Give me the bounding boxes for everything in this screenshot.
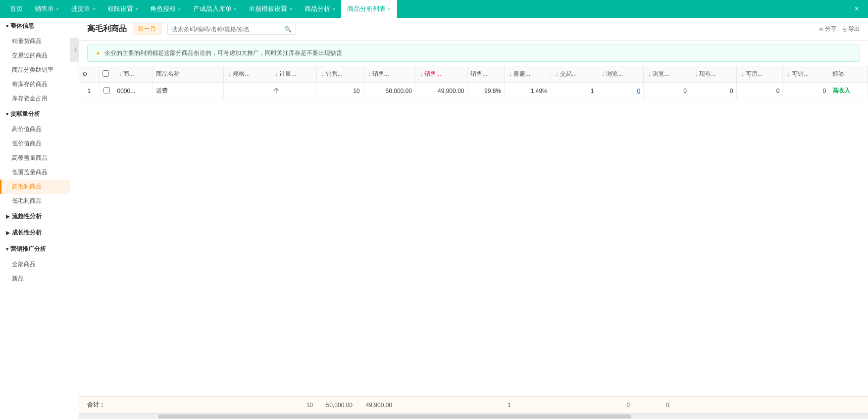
col-gross-margin[interactable]: 销售... xyxy=(467,66,505,83)
page-title: 高毛利商品 xyxy=(87,24,127,34)
footer-view1 xyxy=(516,402,556,409)
cell-name: 运费 xyxy=(153,83,224,99)
sidebar-item-category-rate[interactable]: 商品分类助销率 xyxy=(0,63,70,77)
col-name[interactable]: 商品名称 xyxy=(153,66,224,83)
cell-sales-amount: 50,000.00 xyxy=(363,83,415,99)
top-nav: 首页 销售单 × 进货单 × 权限设置 × 角色授权 × 产成品入库单 × 单据… xyxy=(0,0,868,18)
col-stock-current[interactable]: ：现有... xyxy=(690,66,736,83)
col-settings[interactable]: ⚙ xyxy=(79,66,99,83)
nav-template-close[interactable]: × xyxy=(289,6,292,12)
cell-code: 0000... xyxy=(114,83,153,99)
sidebar-group-contribution[interactable]: ▾ 贡献量分析 xyxy=(0,106,70,122)
cell-tag: 高收入 xyxy=(829,83,868,99)
nav-permission-close[interactable]: × xyxy=(135,6,138,12)
cell-stock-current: 0 xyxy=(690,83,736,99)
main-layout: ▾ 整体信息 销量货商品 交易过的商品 商品分类助销率 有库存的商品 库存资金占… xyxy=(0,18,868,419)
arrow-icon-5: ▾ xyxy=(6,246,8,252)
sidebar: ▾ 整体信息 销量货商品 交易过的商品 商品分类助销率 有库存的商品 库存资金占… xyxy=(0,18,79,419)
col-stock-saleable[interactable]: ：可销... xyxy=(783,66,829,83)
cell-coverage: 1.49% xyxy=(505,83,551,99)
nav-product-analysis-list[interactable]: 商品分析列表 × xyxy=(341,0,397,18)
sidebar-item-high-margin[interactable]: 高毛利商品 xyxy=(0,180,70,194)
filter-recent-month[interactable]: 近一月 xyxy=(133,23,161,35)
col-sales-amount[interactable]: ：销售... xyxy=(363,66,415,83)
footer-trade: 1 xyxy=(476,402,516,409)
col-spec[interactable]: ：规格... xyxy=(224,66,270,83)
nav-product-analysis-list-close[interactable]: × xyxy=(388,6,391,12)
nav-role-auth[interactable]: 角色授权 × xyxy=(144,0,187,18)
sidebar-collapse-button[interactable]: 《 xyxy=(70,38,79,62)
sidebar-group-marketing-items: 全部商品 新品 xyxy=(0,257,70,286)
search-icon[interactable]: 🔍 xyxy=(284,26,292,33)
export-button[interactable]: ⎗ 导出 xyxy=(843,25,860,33)
cell-stock-available: 0 xyxy=(736,83,783,99)
sidebar-item-traded-goods[interactable]: 交易过的商品 xyxy=(0,48,70,63)
sidebar-item-stock-goods[interactable]: 有库存的商品 xyxy=(0,77,70,92)
nav-product-warehouse-close[interactable]: × xyxy=(234,6,237,12)
sidebar-item-high-coverage[interactable]: 高覆盖量商品 xyxy=(0,151,70,165)
footer-sales-qty: 10 xyxy=(278,402,318,409)
col-checkbox[interactable] xyxy=(99,66,114,83)
nav-sales-order-close[interactable]: × xyxy=(56,6,59,12)
search-input[interactable] xyxy=(172,26,284,33)
select-all-checkbox[interactable] xyxy=(102,70,109,77)
nav-purchase-order[interactable]: 进货单 × xyxy=(65,0,101,18)
sidebar-group-growth[interactable]: ▶ 成长性分析 xyxy=(0,225,70,241)
nav-product-warehouse[interactable]: 产成品入库单 × xyxy=(187,0,243,18)
cell-sales-qty: 10 xyxy=(316,83,363,99)
table-header-row: ⚙ ：商... 商品名称 ：规格... ：计量... ：销售... ：销售...… xyxy=(79,66,868,83)
col-code[interactable]: ：商... xyxy=(114,66,153,83)
horizontal-scrollbar[interactable] xyxy=(79,413,868,419)
arrow-icon-3: ▶ xyxy=(6,214,10,219)
cell-gross-margin: 99.8% xyxy=(467,83,505,99)
share-icon: ⎋ xyxy=(819,26,823,33)
col-unit[interactable]: ：计量... xyxy=(270,66,317,83)
footer-stock-available: 0 xyxy=(635,402,674,409)
footer-coverage xyxy=(437,402,476,409)
sidebar-item-low-value[interactable]: 低价值商品 xyxy=(0,137,70,151)
sidebar-group-overall[interactable]: ▾ 整体信息 xyxy=(0,18,70,34)
sidebar-item-all-goods[interactable]: 全部商品 xyxy=(0,257,70,272)
nav-product-analysis-close[interactable]: × xyxy=(332,6,335,12)
sidebar-item-low-margin[interactable]: 低毛利商品 xyxy=(0,194,70,208)
col-tag[interactable]: 标签 xyxy=(829,66,868,83)
info-icon: ✦ xyxy=(96,50,101,57)
col-coverage[interactable]: ：覆盖... xyxy=(505,66,551,83)
sidebar-group-marketing[interactable]: ▾ 营销推广分析 xyxy=(0,241,70,257)
nav-role-auth-close[interactable]: × xyxy=(178,6,181,12)
col-stock-available[interactable]: ：可用... xyxy=(736,66,783,83)
window-close-button[interactable]: × xyxy=(850,4,864,13)
col-sales-profit[interactable]: ：销售... xyxy=(415,66,467,83)
sidebar-item-sales-goods[interactable]: 销量货商品 xyxy=(0,34,70,48)
footer-bar: 合计： 10 50,000.00 49,900.00 1 0 0 xyxy=(79,396,868,413)
col-sales-qty[interactable]: ：销售... xyxy=(316,66,363,83)
cell-checkbox[interactable] xyxy=(99,83,114,99)
nav-sales-order[interactable]: 销售单 × xyxy=(29,0,65,18)
table-container[interactable]: ⚙ ：商... 商品名称 ：规格... ：计量... ：销售... ：销售...… xyxy=(79,66,868,396)
col-trade[interactable]: ：交易... xyxy=(551,66,597,83)
col-view2[interactable]: ：浏览... xyxy=(644,66,690,83)
sidebar-group-contribution-items: 高价值商品 低价值商品 高覆盖量商品 低覆盖量商品 高毛利商品 低毛利商品 xyxy=(0,122,70,208)
total-label: 合计： xyxy=(87,401,105,409)
cell-spec xyxy=(224,83,270,99)
sidebar-item-new-goods[interactable]: 新品 xyxy=(0,272,70,286)
sidebar-item-high-value[interactable]: 高价值商品 xyxy=(0,122,70,137)
scrollbar-thumb[interactable] xyxy=(158,415,631,419)
cell-view1[interactable]: 0 xyxy=(597,83,644,99)
share-button[interactable]: ⎋ 分享 xyxy=(819,25,837,33)
nav-template-settings[interactable]: 单据模板设置 × xyxy=(243,0,298,18)
col-view1[interactable]: ：浏览... xyxy=(597,66,644,83)
cell-num: 1 xyxy=(79,83,99,99)
nav-permission-settings[interactable]: 权限设置 × xyxy=(102,0,144,18)
sidebar-item-stock-capital[interactable]: 库存资金占用 xyxy=(0,92,70,106)
nav-home[interactable]: 首页 xyxy=(4,0,29,18)
export-icon: ⎗ xyxy=(843,26,846,33)
sidebar-group-overall-items: 销量货商品 交易过的商品 商品分类助销率 有库存的商品 库存资金占用 xyxy=(0,34,70,106)
content-area: 高毛利商品 近一月 🔍 ⎋ 分享 ⎗ 导出 ✦ 企业的主要的利润都是这部分商品创… xyxy=(79,18,868,419)
nav-purchase-order-close[interactable]: × xyxy=(92,6,95,12)
cell-view2: 0 xyxy=(644,83,690,99)
sidebar-group-trend[interactable]: ▶ 流趋性分析 xyxy=(0,208,70,225)
nav-product-analysis[interactable]: 商品分析 × xyxy=(299,0,341,18)
sidebar-item-low-coverage[interactable]: 低覆盖量商品 xyxy=(0,165,70,180)
content-header: 高毛利商品 近一月 🔍 ⎋ 分享 ⎗ 导出 xyxy=(79,18,868,41)
